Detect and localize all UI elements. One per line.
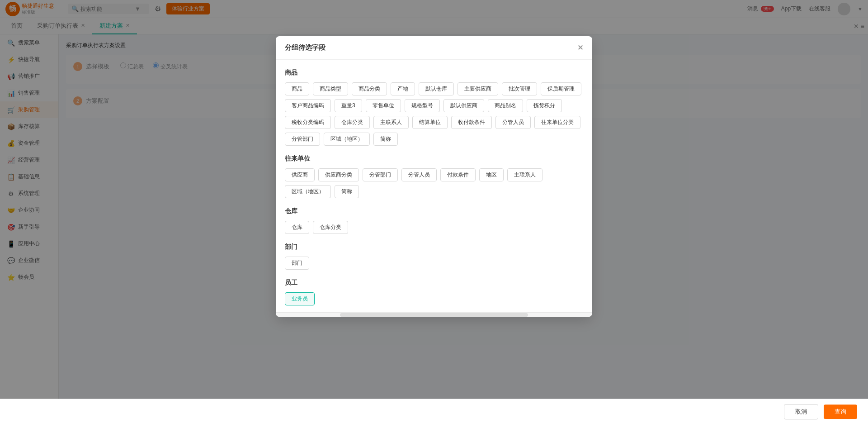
- tag-short-name[interactable]: 简称: [373, 133, 398, 146]
- section-partner-title: 往来单位: [285, 155, 583, 163]
- tag-manager[interactable]: 分管人员: [495, 116, 531, 129]
- tag-region[interactable]: 区域（地区）: [324, 133, 370, 146]
- section-goods-tags: 商品 商品类型 商品分类 产地 默认仓库 主要供应商 批次管理 保质期管理 客户…: [285, 82, 583, 146]
- modal-overlay: 分组待选字段 ✕ 商品 商品 商品类型 商品分类 产地 默认仓库 主要供应商 批…: [0, 0, 868, 424]
- modal-close-btn[interactable]: ✕: [577, 44, 583, 52]
- tag-salesperson[interactable]: 业务员: [285, 292, 315, 305]
- tag-source-unit[interactable]: 往来单位分类: [534, 116, 580, 129]
- tag-batch-mgmt[interactable]: 批次管理: [502, 82, 537, 95]
- tag-mgmt-person[interactable]: 分管人员: [401, 168, 437, 181]
- tag-contact[interactable]: 主联系人: [507, 168, 542, 181]
- tag-goods-alias[interactable]: 商品别名: [488, 99, 523, 112]
- tag-goods-type[interactable]: 商品类型: [313, 82, 348, 95]
- tag-weight3[interactable]: 重量3: [335, 99, 362, 112]
- section-department-tags: 部门: [285, 257, 583, 270]
- section-department-title: 部门: [285, 243, 583, 251]
- tag-customer-code[interactable]: 客户商品编码: [285, 99, 331, 112]
- tag-warehouse-cat[interactable]: 仓库分类: [335, 116, 370, 129]
- tag-main-contact[interactable]: 主联系人: [373, 116, 409, 129]
- cancel-button[interactable]: 取消: [784, 404, 818, 419]
- tag-region2[interactable]: 区域（地区）: [285, 185, 331, 198]
- section-employee-tags: 业务员: [285, 292, 583, 305]
- modal-header: 分组待选字段 ✕: [276, 36, 592, 60]
- tag-shelf-life[interactable]: 保质期管理: [541, 82, 581, 95]
- tag-pay-terms[interactable]: 付款条件: [440, 168, 476, 181]
- section-partner-tags: 供应商 供应商分类 分管部门 分管人员 付款条件 地区 主联系人 区域（地区） …: [285, 168, 583, 198]
- tag-default-warehouse[interactable]: 默认仓库: [419, 82, 454, 95]
- tag-tax-code[interactable]: 税收分类编码: [285, 116, 331, 129]
- tag-lottery[interactable]: 拣货积分: [527, 99, 562, 112]
- modal-body[interactable]: 商品 商品 商品类型 商品分类 产地 默认仓库 主要供应商 批次管理 保质期管理…: [276, 60, 592, 312]
- confirm-button[interactable]: 查询: [824, 405, 857, 419]
- modal-hscroll-thumb: [340, 313, 528, 317]
- tag-settlement-unit[interactable]: 结算单位: [412, 116, 448, 129]
- tag-payment-terms[interactable]: 收付款条件: [451, 116, 492, 129]
- section-goods-title: 商品: [285, 69, 583, 77]
- tag-main-supplier[interactable]: 主要供应商: [458, 82, 498, 95]
- tag-mgmt-dept[interactable]: 分管部门: [363, 168, 398, 181]
- section-warehouse-tags: 仓库 仓库分类: [285, 221, 583, 234]
- tag-goods-category[interactable]: 商品分类: [352, 82, 387, 95]
- tag-origin[interactable]: 产地: [391, 82, 415, 95]
- modal-hscroll[interactable]: [276, 312, 592, 317]
- modal-dialog: 分组待选字段 ✕ 商品 商品 商品类型 商品分类 产地 默认仓库 主要供应商 批…: [276, 36, 592, 317]
- tag-area[interactable]: 地区: [479, 168, 504, 181]
- tag-short-name2[interactable]: 简称: [335, 185, 359, 198]
- modal-footer-bar: 取消 查询: [0, 399, 868, 424]
- tag-default-supplier[interactable]: 默认供应商: [443, 99, 484, 112]
- tag-warehouse-category[interactable]: 仓库分类: [313, 221, 348, 234]
- section-employee-title: 员工: [285, 279, 583, 287]
- tag-retail-unit[interactable]: 零售单位: [366, 99, 401, 112]
- tag-goods[interactable]: 商品: [285, 82, 309, 95]
- modal-title: 分组待选字段: [285, 43, 326, 52]
- tag-spec-model[interactable]: 规格型号: [405, 99, 440, 112]
- section-warehouse-title: 仓库: [285, 207, 583, 215]
- tag-warehouse[interactable]: 仓库: [285, 221, 309, 234]
- tag-department[interactable]: 部门: [285, 257, 309, 270]
- tag-supplier[interactable]: 供应商: [285, 168, 315, 181]
- tag-supplier-category[interactable]: 供应商分类: [318, 168, 359, 181]
- tag-goods-dept[interactable]: 分管部门: [285, 133, 320, 146]
